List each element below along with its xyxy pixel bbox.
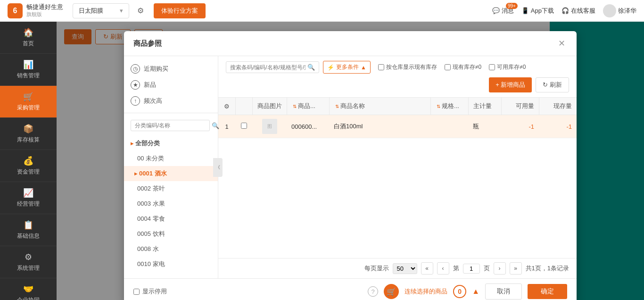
col-settings[interactable]: ⚙: [218, 98, 235, 115]
cancel-button[interactable]: 取消: [485, 283, 522, 300]
sidebar-label-finance: 资金管理: [17, 168, 40, 176]
more-conditions-label: 更多条件: [336, 63, 359, 71]
store-name: 日太阳膜: [79, 7, 103, 15]
category-tree: ▶ 全部分类 00 未分类 ▶ 0001 酒水 0002 茶: [124, 134, 218, 274]
category-snack[interactable]: 0004 零食: [124, 211, 218, 226]
table-row[interactable]: 1 图 000600... 白酒100ml: [218, 115, 577, 138]
home-icon: 🏠: [23, 27, 33, 38]
table-body: 1 图 000600... 白酒100ml: [218, 115, 577, 138]
more-conditions-btn[interactable]: ⚡ 更多条件 ▲: [323, 61, 371, 74]
category-appliance[interactable]: 0010 家电: [124, 257, 218, 272]
quick-list: ◷ 近期购买 ★ 新品 ↑ 频次高: [124, 61, 218, 113]
collapse-panel-btn[interactable]: 《: [213, 158, 223, 177]
checkbox-avail-nonzero-input[interactable]: [489, 64, 495, 70]
category-water[interactable]: 0008 水: [124, 242, 218, 257]
show-disabled-label[interactable]: 显示停用: [133, 287, 167, 296]
checkbox-avail-nonzero[interactable]: 可用库存≠0: [489, 63, 526, 71]
filter-bar: 🔍 ⚡ 更多条件 ▲ 按仓库显示现有库存: [218, 56, 577, 98]
col-spec-header[interactable]: ⇅ 规格...: [430, 98, 468, 115]
product-table: ⚙ 商品图片 ⇅ 商品... ⇅ 商品名称: [218, 98, 577, 138]
cell-stock: -1: [539, 115, 577, 138]
category-tea-label: 0002 茶叶: [137, 184, 165, 193]
cell-code: 000600...: [287, 115, 329, 138]
store-selector[interactable]: 日太阳膜 ▾: [73, 3, 129, 18]
sidebar-label-operations: 经营管理: [17, 200, 40, 208]
nav-right: 💬 消息 99+ 📱 App下载 🎧 在线客服 徐泽华: [492, 4, 636, 17]
action-btns: + 新增商品 ↻ 刷新: [489, 77, 569, 92]
checkbox-warehouse-input[interactable]: [378, 64, 384, 70]
category-tea[interactable]: 0002 茶叶: [124, 181, 218, 196]
quick-item-frequent[interactable]: ↑ 频次高: [124, 93, 218, 109]
confirm-button[interactable]: 确定: [528, 284, 567, 299]
headset-icon: 🎧: [561, 7, 569, 14]
operations-icon: 📈: [23, 188, 33, 198]
sidebar-item-purchase[interactable]: 🛒 采购管理: [0, 86, 57, 118]
cart-icon: 🛒: [384, 284, 399, 299]
gear-button[interactable]: ⚙: [133, 3, 148, 18]
next-page-btn[interactable]: ›: [494, 262, 506, 275]
quick-item-new[interactable]: ★ 新品: [124, 77, 218, 93]
help-icon[interactable]: ?: [368, 286, 378, 297]
sidebar-item-system[interactable]: ⚙ 系统管理: [0, 246, 57, 278]
modal-close-button[interactable]: ✕: [556, 38, 567, 49]
row-checkbox[interactable]: [241, 123, 247, 129]
sidebar-item-sales[interactable]: 📊 销售管理: [0, 54, 57, 86]
category-search-icon[interactable]: 🔍: [212, 122, 219, 129]
user-area[interactable]: 徐泽华: [603, 4, 636, 17]
product-search-icon[interactable]: 🔍: [307, 64, 315, 71]
category-all-label: 全部分类: [135, 139, 160, 148]
show-disabled-checkbox[interactable]: [133, 289, 140, 295]
dropdown-arrow-icon: ▾: [120, 7, 123, 14]
modal-title: 商品参照: [133, 39, 162, 48]
online-service-btn[interactable]: 🎧 在线客服: [561, 7, 595, 15]
category-beverage[interactable]: 0005 饮料: [124, 226, 218, 242]
checkbox-warehouse[interactable]: 按仓库显示现有库存: [378, 63, 437, 71]
product-search-input[interactable]: [230, 64, 305, 71]
filter-icon: ⚡: [327, 64, 334, 71]
prev-page-btn[interactable]: ‹: [437, 262, 449, 275]
sidebar-item-corp[interactable]: 🤝 企业协同: [0, 278, 57, 300]
category-all[interactable]: ▶ 全部分类: [124, 136, 218, 151]
col-name-header[interactable]: ⇅ 商品名称: [329, 98, 430, 115]
cell-check[interactable]: [235, 115, 252, 138]
cell-num: 1: [218, 115, 235, 138]
message-btn[interactable]: 💬 消息 99+: [492, 7, 514, 15]
pagination-bar: 每页显示 50 20 100 « ‹ 第 页 ›: [218, 258, 577, 278]
page-size-select[interactable]: 50 20 100: [393, 263, 417, 274]
col-code-header[interactable]: ⇅ 商品...: [287, 98, 329, 115]
category-uncategorized[interactable]: 00 未分类: [124, 151, 218, 166]
collapse-up-icon[interactable]: ▲: [472, 287, 479, 296]
purchase-icon: 🛒: [23, 92, 33, 102]
sort-icon-code: ⇅: [293, 104, 297, 109]
add-product-btn[interactable]: + 新增商品: [489, 77, 532, 92]
category-liquor[interactable]: ▶ 0001 酒水: [124, 166, 218, 181]
last-page-btn[interactable]: »: [510, 262, 522, 275]
first-page-btn[interactable]: «: [421, 262, 433, 275]
page-suffix: 页: [484, 264, 490, 273]
checkbox-avail-nonzero-label: 可用库存≠0: [497, 63, 526, 71]
checkbox-nonzero[interactable]: 现有库存≠0: [445, 63, 481, 71]
category-water-label: 0008 水: [137, 245, 159, 253]
page-number-input[interactable]: [463, 264, 480, 274]
sidebar-item-inventory[interactable]: 📦 库存核算: [0, 118, 57, 150]
category-liquor-label: 0001 酒水: [139, 169, 167, 178]
sidebar-item-operations[interactable]: 📈 经营管理: [0, 182, 57, 214]
checkbox-nonzero-label: 现有库存≠0: [453, 63, 481, 71]
category-fruit[interactable]: 0003 水果: [124, 196, 218, 211]
phone-icon: 📱: [521, 7, 529, 14]
col-unit-header: 主计量: [468, 98, 501, 115]
sidebar-item-basics[interactable]: 📋 基础信息: [0, 214, 57, 246]
category-search-input[interactable]: [131, 120, 210, 131]
exp-btn[interactable]: 体验行业方案: [154, 3, 206, 18]
refresh-btn[interactable]: ↻ 刷新: [536, 77, 569, 92]
quick-item-recent[interactable]: ◷ 近期购买: [124, 61, 218, 77]
checkbox-nonzero-input[interactable]: [445, 64, 451, 70]
col-stock-header: 现存量: [539, 98, 577, 115]
new-label: 新品: [144, 81, 156, 89]
app-download-btn[interactable]: 📱 App下载: [521, 7, 554, 15]
message-icon: 💬: [492, 7, 500, 14]
sidebar-item-home[interactable]: 🏠 首页: [0, 22, 57, 54]
category-search-area: 🔍: [124, 117, 218, 134]
sidebar-label-system: 系统管理: [17, 264, 40, 272]
sidebar-item-finance[interactable]: 💰 资金管理: [0, 150, 57, 182]
